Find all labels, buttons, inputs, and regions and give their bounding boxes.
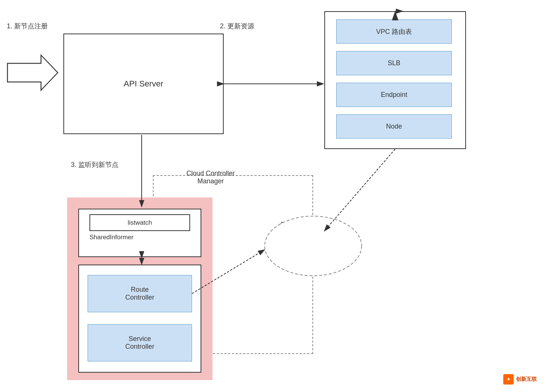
watermark-icon: ✦ xyxy=(503,374,514,385)
ccm-label: Cloud Controller Manager xyxy=(186,170,235,185)
slb-item: SLB xyxy=(336,51,452,75)
new-node-arrow xyxy=(7,55,58,90)
step2-label: 2. 更新资源 xyxy=(220,22,254,31)
step3-label: 3. 监听到新节点 xyxy=(71,160,119,169)
diagram-container: 1. 新节点注册 2. 更新资源 API Server VPC 路由表 SLB … xyxy=(0,0,548,392)
service-controller-box: Service Controller xyxy=(88,324,192,361)
route-controller-box: Route Controller xyxy=(88,275,192,312)
vpc-to-bubble-arrow xyxy=(324,149,395,231)
endpoint-item: Endpoint xyxy=(336,83,452,107)
cloud-resources-box: VPC 路由表 SLB Endpoint Node xyxy=(324,11,466,149)
listwatch-box: listwatch xyxy=(89,214,190,231)
api-server-label: API Server xyxy=(124,79,163,89)
step4-label: 4. 创建路由表项 xyxy=(280,220,327,229)
api-server-box: API Server xyxy=(63,34,224,134)
node-item: Node xyxy=(336,114,452,139)
step1-label: 1. 新节点注册 xyxy=(7,22,48,31)
watermark-text: 创新互联 xyxy=(516,376,537,383)
vpc-route-item: VPC 路由表 xyxy=(336,19,452,44)
shared-informer-label: SharedInformer xyxy=(89,234,133,241)
watermark: ✦ 创新互联 xyxy=(503,374,537,385)
